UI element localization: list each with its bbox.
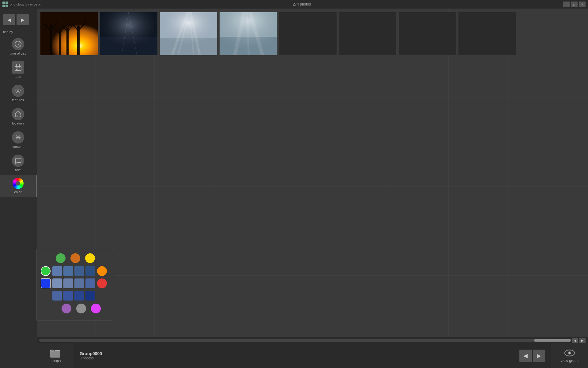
sidebar-item-content[interactable]: content — [0, 128, 37, 151]
svg-rect-15 — [17, 69, 18, 70]
sidebar-item-date[interactable]: date — [0, 58, 37, 82]
photo-image-3 — [160, 12, 217, 55]
group-info: Group0000 0 photos — [74, 351, 513, 360]
svg-rect-12 — [17, 67, 18, 68]
color-blue-11[interactable] — [74, 291, 84, 301]
color-magenta[interactable] — [91, 304, 101, 313]
photo-cell-empty-4 — [458, 12, 516, 55]
groups-button[interactable]: groups — [37, 343, 74, 368]
color-blue-6[interactable] — [63, 278, 73, 288]
color-gray[interactable] — [76, 304, 86, 313]
view-group-button[interactable]: view group — [551, 343, 588, 368]
sidebar: ◀ ▶ find by... time of day — [0, 9, 37, 368]
grid-background — [37, 9, 588, 337]
photo-count-label: 274 photos — [293, 2, 311, 6]
calendar-icon — [12, 61, 24, 74]
sidebar-item-content-label: content — [12, 145, 23, 148]
sidebar-item-features[interactable]: features — [0, 82, 37, 105]
sidebar-item-features-label: features — [12, 98, 24, 102]
color-blue-9[interactable] — [52, 291, 62, 301]
color-blue-5[interactable] — [52, 278, 62, 288]
color-blue-2[interactable] — [63, 266, 73, 276]
svg-rect-11 — [16, 67, 17, 68]
bottom-panel: groups Group0000 0 photos ◀ ▶ view group — [37, 343, 588, 368]
color-red-right[interactable] — [97, 278, 107, 288]
sidebar-item-time-of-day[interactable]: time of day — [0, 35, 37, 58]
eye-icon — [564, 349, 575, 357]
window-controls: _ □ ✕ — [563, 2, 586, 7]
close-button[interactable]: ✕ — [579, 2, 586, 7]
sidebar-item-color-label: color — [14, 190, 22, 194]
color-blue-1[interactable] — [52, 266, 62, 276]
group-photo-count: 0 photos — [80, 356, 507, 360]
svg-rect-13 — [19, 67, 20, 68]
svg-rect-21 — [40, 12, 98, 55]
svg-rect-3 — [6, 5, 8, 7]
sidebar-item-text-label: text — [15, 168, 21, 172]
color-blue-12[interactable] — [85, 291, 95, 301]
sidebar-item-date-label: date — [15, 75, 21, 79]
svg-line-6 — [18, 44, 19, 45]
photo-image-4 — [220, 12, 277, 55]
gear-icon — [12, 85, 24, 97]
color-purple[interactable] — [62, 304, 71, 313]
photo-cell-empty-3 — [399, 12, 456, 55]
color-blue-7[interactable] — [74, 278, 84, 288]
photo-cell-3[interactable] — [160, 12, 217, 55]
blue-grid-middle — [52, 278, 95, 288]
svg-point-54 — [569, 352, 571, 354]
color-green-selected[interactable] — [41, 266, 51, 276]
color-picker-popup — [36, 249, 114, 320]
color-row-2 — [41, 278, 110, 288]
asterisk-icon — [12, 131, 24, 144]
sidebar-item-color[interactable]: color — [0, 175, 37, 197]
scroll-track — [39, 339, 571, 342]
color-blue-4[interactable] — [85, 266, 95, 276]
color-row-1 — [41, 266, 110, 276]
photo-cell-1[interactable] — [40, 12, 98, 55]
color-blue-selected[interactable] — [41, 278, 51, 288]
scroll-thumb[interactable] — [534, 339, 571, 342]
minimize-button[interactable]: _ — [563, 2, 570, 7]
nav-forward-button[interactable]: ▶ — [17, 14, 29, 25]
blue-grid-bottom — [52, 291, 95, 301]
color-blue-10[interactable] — [63, 291, 73, 301]
view-group-label: view group — [561, 358, 579, 363]
color-row-bottom — [41, 304, 110, 313]
groups-label: groups — [50, 359, 61, 363]
photo-image-1 — [40, 12, 98, 55]
svg-rect-41 — [160, 12, 217, 55]
blue-grid-top — [52, 266, 95, 276]
svg-point-16 — [17, 90, 19, 92]
photo-grid — [37, 9, 588, 337]
color-orange-brown[interactable] — [70, 253, 80, 263]
group-prev-button[interactable]: ◀ — [519, 350, 532, 362]
photo-cell-4[interactable] — [220, 12, 277, 55]
color-wheel-icon — [13, 178, 24, 189]
sidebar-item-time-of-day-label: time of day — [10, 52, 26, 55]
color-green-top[interactable] — [56, 253, 66, 263]
photo-cell-2[interactable] — [100, 12, 157, 55]
group-name: Group0000 — [80, 351, 507, 356]
svg-rect-36 — [100, 12, 157, 55]
title-bar-left: photology by enoetic — [2, 2, 41, 7]
svg-rect-0 — [2, 2, 5, 4]
scroll-left-button[interactable]: ◀ — [572, 338, 578, 343]
nav-back-button[interactable]: ◀ — [3, 14, 15, 25]
group-next-button[interactable]: ▶ — [533, 350, 545, 362]
sidebar-item-location[interactable]: location — [0, 105, 37, 128]
scroll-right-button[interactable]: ▶ — [579, 338, 586, 343]
nav-arrows: ◀ ▶ — [0, 12, 37, 28]
svg-rect-14 — [16, 69, 17, 70]
app-title: photology by enoetic — [10, 2, 41, 6]
title-bar: photology by enoetic 274 photos _ □ ✕ — [0, 0, 588, 9]
content-area: current search — [37, 9, 588, 368]
color-yellow[interactable] — [85, 253, 95, 263]
color-row-3 — [41, 291, 110, 301]
color-blue-3[interactable] — [74, 266, 84, 276]
maximize-button[interactable]: □ — [571, 2, 578, 7]
sidebar-item-text[interactable]: text — [0, 151, 37, 175]
color-orange-right[interactable] — [97, 266, 107, 276]
svg-rect-1 — [6, 2, 8, 4]
color-blue-8[interactable] — [85, 278, 95, 288]
